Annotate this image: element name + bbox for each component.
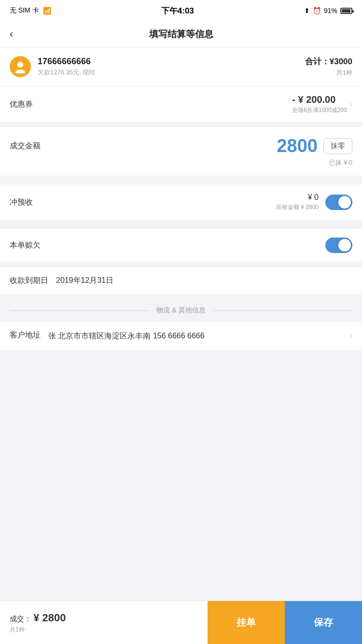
deal-amount-label: 成交金额	[10, 141, 41, 151]
nav-bar: ‹ 填写结算等信息	[0, 21, 362, 47]
deal-amount-value: 2800	[277, 136, 318, 156]
deal-amount-section: 成交金额 2800 抹零 已抹 ¥ 0	[0, 127, 362, 176]
chong-row: 冲预收 ¥ 0 应收金额 ¥ 2800	[10, 193, 352, 211]
status-time: 下午4:03	[161, 5, 194, 16]
owe-label: 本单赊欠	[10, 240, 41, 251]
chong-section: 冲预收 ¥ 0 应收金额 ¥ 2800	[0, 181, 362, 220]
wifi-icon: 📶	[43, 7, 51, 14]
avatar	[10, 56, 31, 77]
customer-row: 17666666666 欠款1276.35元, 现结 合计：¥3000 共1种	[0, 47, 362, 86]
save-button[interactable]: 保存	[285, 601, 362, 644]
location-icon: ⬆	[304, 7, 310, 14]
duedate-label: 收款到期日	[10, 276, 48, 286]
chong-label: 冲预收	[10, 197, 33, 208]
owe-section: 本单赊欠	[0, 225, 362, 262]
battery-icon	[340, 8, 352, 14]
svg-point-0	[17, 62, 23, 68]
coupon-desc: 全场6折满1000减200	[292, 106, 347, 114]
bottom-deal-amount: ¥ 2800	[33, 612, 66, 624]
round-button[interactable]: 抹零	[323, 138, 352, 154]
bottom-count: 共1种	[10, 626, 198, 634]
amount-sub: 已抹 ¥ 0	[10, 158, 352, 167]
divider-line-left	[10, 310, 149, 311]
coupon-chevron-icon: ›	[350, 100, 352, 109]
duedate-section: 收款到期日 2019年12月31日	[0, 266, 362, 294]
address-section[interactable]: 客户地址 张 北京市市辖区海淀区永丰南 156 6666 6666 ›	[0, 322, 362, 350]
page-title: 填写结算等信息	[149, 28, 213, 41]
chong-amount: ¥ 0	[276, 193, 319, 202]
customer-note: 欠款1276.35元, 现结	[38, 68, 95, 77]
alarm-icon: ⏰	[313, 7, 321, 14]
customer-section: 17666666666 欠款1276.35元, 现结 合计：¥3000 共1种 …	[0, 47, 362, 122]
empty-space	[0, 350, 362, 408]
main-content: 17666666666 欠款1276.35元, 现结 合计：¥3000 共1种 …	[0, 47, 362, 452]
bottom-summary: 成交： ¥ 2800 共1种	[0, 612, 208, 634]
owe-toggle-knob	[338, 239, 351, 252]
customer-phone: 17666666666	[38, 56, 95, 67]
bottom-deal-prefix: 成交：	[10, 615, 31, 623]
address-value: 张 北京市市辖区海淀区永丰南 156 6666 6666	[48, 330, 342, 342]
logistics-divider: 物流 & 其他信息	[0, 299, 362, 322]
battery-percent: 91%	[324, 7, 337, 14]
total-count: 共1种	[305, 69, 352, 77]
status-right: ⬆ ⏰ 91%	[304, 7, 352, 14]
hang-button[interactable]: 挂单	[208, 601, 285, 644]
logistics-text: 物流 & 其他信息	[156, 306, 205, 315]
coupon-label: 优惠券	[10, 99, 33, 110]
status-bar: 无 SIM 卡 📶 下午4:03 ⬆ ⏰ 91%	[0, 0, 362, 21]
chong-receivable: 应收金额 ¥ 2800	[276, 203, 319, 211]
bottom-bar: 成交： ¥ 2800 共1种 挂单 保存	[0, 601, 362, 644]
status-left: 无 SIM 卡 📶	[10, 6, 51, 15]
coupon-amount: - ¥ 200.00	[292, 94, 347, 105]
svg-point-1	[15, 70, 25, 73]
address-label: 客户地址	[10, 330, 41, 340]
bottom-deal-row: 成交： ¥ 2800	[10, 612, 198, 624]
no-sim-text: 无 SIM 卡	[10, 6, 39, 15]
chong-toggle[interactable]	[325, 195, 352, 210]
toggle-knob	[338, 196, 351, 209]
back-button[interactable]: ‹	[10, 24, 17, 44]
total-amount: 合计：¥3000	[305, 56, 352, 67]
duedate-value: 2019年12月31日	[56, 276, 113, 286]
divider-line-right	[213, 310, 352, 311]
amount-row: 成交金额 2800 抹零	[10, 136, 352, 156]
address-chevron-icon: ›	[350, 331, 352, 340]
owe-toggle[interactable]	[325, 238, 352, 253]
coupon-row[interactable]: 优惠券 - ¥ 200.00 全场6折满1000减200 ›	[0, 86, 362, 122]
